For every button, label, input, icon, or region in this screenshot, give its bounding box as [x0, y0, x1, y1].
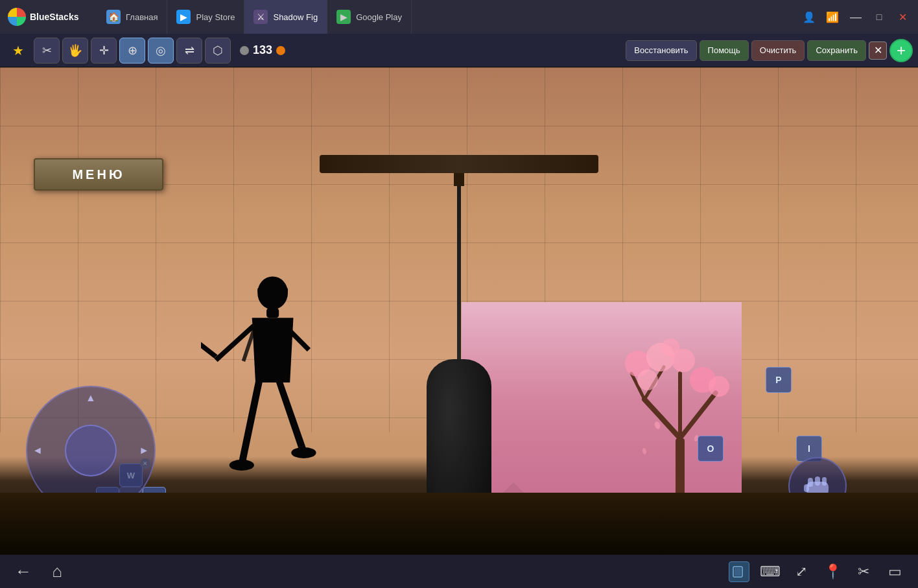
toolbar-actions: Восстановить Помощь Очистить Сохранить ✕…	[626, 39, 913, 62]
hexagon-tool[interactable]: ⬡	[205, 38, 231, 64]
clear-button[interactable]: Очистить	[751, 40, 805, 61]
svg-point-13	[653, 421, 661, 430]
add-control-button[interactable]: +	[889, 39, 913, 62]
svg-point-10	[709, 376, 729, 397]
svg-line-2	[680, 393, 716, 438]
game-menu-label: МЕНЮ	[72, 167, 124, 182]
joystick-inner	[65, 425, 117, 476]
key-p[interactable]: P	[766, 367, 792, 393]
title-bar: BlueStacks 🏠 Главная ▶ Play Store ⚔ Shad…	[0, 0, 918, 34]
game-menu-button[interactable]: МЕНЮ	[34, 158, 163, 191]
location-button[interactable]: 📍	[822, 561, 843, 582]
maximize-button[interactable]: □	[870, 8, 888, 26]
close-button[interactable]: ✕	[893, 8, 912, 26]
svg-rect-24	[822, 477, 827, 486]
resize-button[interactable]: ⤢	[791, 561, 812, 582]
restore-button[interactable]: Восстановить	[626, 40, 696, 61]
scissors-tool[interactable]: ✂	[34, 38, 60, 64]
crosshair-tool[interactable]: ✛	[91, 38, 117, 64]
svg-rect-20	[257, 287, 288, 293]
floor	[0, 493, 918, 554]
scissors-button[interactable]: ✂	[853, 561, 874, 582]
svg-rect-25	[804, 484, 809, 492]
svg-point-12	[661, 338, 679, 357]
account-icon[interactable]: 👤	[800, 8, 818, 26]
bottom-right: ⌨ ⤢ 📍 ✂ ▭	[729, 561, 905, 582]
tab-playstore[interactable]: ▶ Play Store	[167, 0, 244, 34]
bluestacks-logo: BlueStacks	[0, 8, 97, 26]
svg-rect-17	[266, 308, 279, 318]
swap-tool[interactable]: ⇌	[176, 38, 202, 64]
ceiling-support	[454, 173, 464, 186]
key-o[interactable]: O	[698, 436, 724, 462]
tab-shadowfig-label: Shadow Fig	[273, 12, 318, 22]
joystick-up: ▲	[86, 392, 96, 404]
toolbar-close-button[interactable]: ✕	[869, 41, 887, 60]
home-tab-icon: 🏠	[106, 10, 121, 24]
joystick-right: ►	[139, 445, 149, 456]
googleplay-tab-icon: ▶	[336, 10, 351, 24]
tab-shadowfig[interactable]: ⚔ Shadow Fig	[244, 0, 327, 34]
tab-home-label: Главная	[126, 12, 158, 22]
character-silhouette	[201, 272, 331, 493]
svg-line-1	[644, 399, 680, 438]
bluestacks-label: BlueStacks	[30, 12, 78, 22]
joystick-left: ◄	[32, 445, 43, 456]
svg-point-15	[642, 448, 647, 455]
bottom-bar: ← ⌂ ⌨ ⤢ 📍 ✂ ▭	[0, 554, 918, 588]
window-controls: 👤 📶 — □ ✕	[800, 8, 918, 26]
tab-googleplay[interactable]: ▶ Google Play	[327, 0, 412, 34]
network-icon[interactable]: 📶	[823, 8, 842, 26]
hand-tool[interactable]: 🖐	[62, 38, 88, 64]
help-button[interactable]: Помощь	[700, 40, 749, 61]
playstore-tab-icon: ▶	[176, 10, 191, 24]
svg-point-11	[637, 370, 658, 390]
keyboard-button[interactable]: ⌨	[760, 561, 781, 582]
target-tool[interactable]: ◎	[148, 38, 174, 64]
svg-point-19	[291, 447, 316, 458]
svg-rect-23	[815, 476, 820, 486]
tab-playstore-label: Play Store	[196, 12, 235, 22]
key-o-container: O	[698, 436, 724, 462]
score-value: 133	[253, 43, 272, 57]
indicator-gray	[240, 46, 249, 55]
bottom-left: ← ⌂	[13, 561, 67, 582]
bluestacks-logo-icon	[8, 8, 26, 26]
back-button[interactable]: ←	[13, 561, 34, 582]
key-p-container: P	[766, 367, 792, 393]
minimize-button[interactable]: —	[847, 8, 865, 26]
favorite-button[interactable]: ★	[5, 38, 31, 64]
shadowfig-tab-icon: ⚔	[253, 10, 268, 24]
ceiling-bar	[320, 155, 598, 173]
save-button[interactable]: Сохранить	[807, 40, 866, 61]
move-tool[interactable]: ⊕	[119, 38, 145, 64]
tab-googleplay-label: Google Play	[356, 12, 402, 22]
svg-point-18	[230, 460, 254, 471]
record-button[interactable]	[729, 561, 749, 582]
tab-home[interactable]: 🏠 Главная	[97, 0, 167, 34]
svg-rect-27	[735, 568, 741, 576]
indicator-orange	[276, 46, 285, 55]
home-button[interactable]: ⌂	[47, 561, 67, 582]
toolbar: ★ ✂ 🖐 ✛ ⊕ ◎ ⇌ ⬡ 133 Восстановить Помощь …	[0, 34, 918, 67]
game-area: МЕНЮ	[0, 67, 918, 554]
tablet-button[interactable]: ▭	[884, 561, 905, 582]
